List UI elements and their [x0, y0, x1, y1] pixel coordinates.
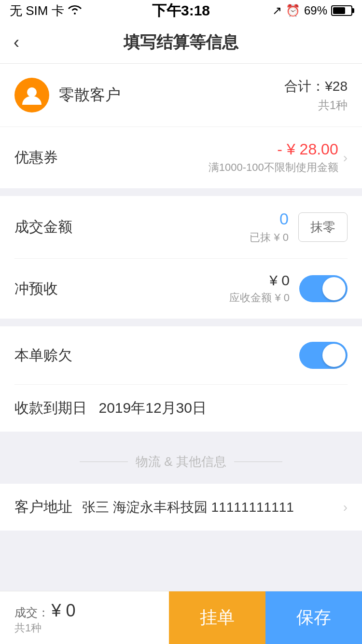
battery-icon: [331, 5, 352, 16]
deal-value-col: 0 已抹 ¥ 0: [250, 210, 289, 245]
advance-amount: ¥ 0: [229, 272, 290, 289]
svg-point-0: [27, 87, 37, 97]
separator-1: [0, 319, 362, 326]
customer-summary: 合计：¥28 共1种: [284, 77, 348, 113]
logistics-divider: 物流 & 其他信息: [0, 447, 362, 476]
separator-3: [0, 476, 362, 484]
advance-toggle[interactable]: [299, 275, 348, 302]
customer-left: 零散客户: [14, 78, 121, 112]
debt-toggle-circle: [322, 344, 346, 367]
page-title: 填写结算等信息: [124, 31, 238, 54]
status-right: ↗ ⏰ 69%: [272, 4, 352, 17]
address-chevron-icon: ›: [343, 500, 348, 515]
advance-row: 冲预收 ¥ 0 应收金额 ¥ 0: [14, 259, 348, 319]
sim-label: 无 SIM 卡: [10, 2, 64, 19]
save-button[interactable]: 保存: [265, 591, 362, 644]
deal-amount: 0: [250, 210, 289, 228]
address-label: 客户地址: [14, 497, 72, 517]
address-value: 张三 海淀永丰科技园 11111111111: [82, 498, 338, 517]
due-date-row: 收款到期日 2019年12月30日: [14, 385, 348, 432]
address-row[interactable]: 客户地址 张三 海淀永丰科技园 11111111111 ›: [14, 484, 348, 531]
status-bar: 无 SIM 卡 下午3:18 ↗ ⏰ 69%: [0, 0, 362, 21]
bottom-deal-row: 成交： ¥ 0: [14, 601, 154, 621]
advance-label: 冲预收: [14, 279, 58, 299]
coupon-chevron-icon: ›: [343, 150, 348, 166]
content: 零散客户 合计：¥28 共1种 优惠券 - ¥ 28.00 满1000-100不…: [0, 64, 362, 608]
back-button[interactable]: ‹: [14, 32, 19, 53]
summary-count: 共1种: [284, 98, 348, 113]
bottom-count: 共1种: [14, 621, 154, 635]
due-date-label: 收款到期日: [14, 400, 87, 416]
deal-label: 成交金额: [14, 217, 72, 237]
customer-row: 零散客户 合计：¥28 共1种: [0, 64, 362, 126]
customer-card: 零散客户 合计：¥28 共1种 优惠券 - ¥ 28.00 满1000-100不…: [0, 64, 362, 188]
summary-total: 合计：¥28: [284, 77, 348, 96]
bottom-bar: 成交： ¥ 0 共1种 挂单 保存: [0, 591, 362, 644]
coupon-row[interactable]: 优惠券 - ¥ 28.00 满1000-100不限制使用金额 ›: [0, 126, 362, 188]
advance-value-col: ¥ 0 应收金额 ¥ 0: [229, 272, 290, 305]
status-time: 下午3:18: [152, 1, 210, 21]
address-section: 客户地址 张三 海淀永丰科技园 11111111111 ›: [0, 484, 362, 531]
battery-percent: 69%: [304, 4, 327, 17]
bottom-left: 成交： ¥ 0 共1种: [0, 601, 169, 635]
advance-right: ¥ 0 应收金额 ¥ 0: [229, 272, 348, 305]
hang-button[interactable]: 挂单: [169, 591, 265, 644]
due-date-value: 2019年12月30日: [98, 400, 206, 416]
debt-row: 本单赊欠: [14, 326, 348, 385]
debt-section: 本单赊欠 收款到期日 2019年12月30日: [0, 326, 362, 432]
bottom-deal-amount: ¥ 0: [51, 601, 75, 620]
coupon-right: - ¥ 28.00 满1000-100不限制使用金额 ›: [209, 140, 348, 175]
separator-2: [0, 439, 362, 447]
wifi-icon: [68, 3, 82, 18]
nav-bar: ‹ 填写结算等信息: [0, 21, 362, 64]
deal-sub: 已抹 ¥ 0: [250, 230, 289, 245]
deal-right: 0 已抹 ¥ 0 抹零: [250, 210, 348, 245]
location-icon: ↗: [272, 4, 282, 17]
coupon-desc: 满1000-100不限制使用金额: [209, 160, 338, 175]
alarm-icon: ⏰: [286, 4, 300, 17]
debt-label: 本单赊欠: [14, 346, 72, 365]
coupon-amount: - ¥ 28.00: [209, 140, 338, 158]
logistics-text: 物流 & 其他信息: [136, 453, 226, 470]
deal-row: 成交金额 0 已抹 ¥ 0 抹零: [14, 196, 348, 259]
toggle-circle: [322, 277, 346, 300]
coupon-label: 优惠券: [14, 148, 58, 168]
customer-name: 零散客户: [59, 84, 121, 106]
bottom-deal-label: 成交：: [14, 606, 49, 619]
status-left: 无 SIM 卡: [10, 2, 82, 19]
advance-sub: 应收金额 ¥ 0: [229, 291, 290, 305]
debt-toggle[interactable]: [299, 342, 348, 369]
coupon-value-col: - ¥ 28.00 满1000-100不限制使用金额: [209, 140, 338, 175]
avatar: [14, 78, 49, 112]
round-button[interactable]: 抹零: [298, 212, 348, 242]
deal-section: 成交金额 0 已抹 ¥ 0 抹零 冲预收 ¥ 0 应收金额 ¥ 0: [0, 196, 362, 319]
